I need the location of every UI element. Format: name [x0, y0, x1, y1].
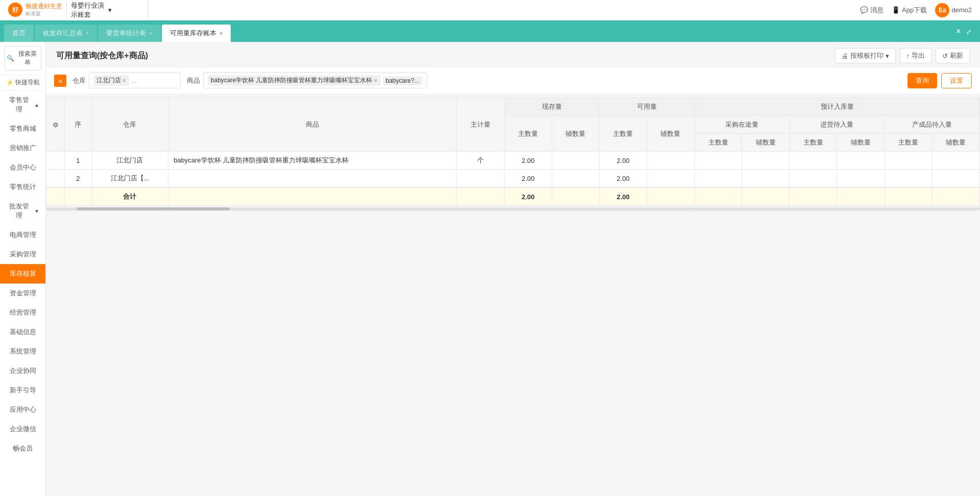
product-tag1-value: babycare学饮杯 儿童防摔防撞吸管杯重力球吸嘴杯宝宝水杯 [211, 76, 373, 85]
tab-available-close[interactable]: × [219, 30, 223, 36]
col-product-header: 商品 [168, 98, 457, 152]
message-btn[interactable]: 💬 消息 [860, 6, 884, 15]
sidebar-item-newbie-label: 新手引导 [10, 386, 36, 395]
nav-tabs: 首页 收发存汇总表 × 要货单统计表 × 可用量库存账本 × × ⤢ [0, 20, 980, 42]
row-inbound-aux [837, 170, 885, 188]
sidebar-item-marketing-label: 营销推广 [10, 144, 36, 153]
refresh-icon: ↺ [942, 52, 948, 60]
print-icon: 🖨 [842, 52, 848, 60]
warehouse-tag-remove[interactable]: × [122, 77, 126, 84]
row-purchase-main [695, 170, 742, 188]
inventory-table: ⚙ 序 仓库 商品 主计量 现存量 可用量 预计入库量 主数量 辅数量 主数量 … [46, 98, 980, 206]
tab-available-label: 可用量库存账本 [170, 29, 216, 38]
table-footer-row: 合计 2.00 2.00 [46, 187, 980, 206]
sidebar-item-enterprise-collab[interactable]: 企业协同 [0, 361, 45, 381]
row-inbound-main [790, 170, 837, 188]
scroll-thumb[interactable] [77, 207, 230, 210]
col-avail-aux-header: 辅数量 [647, 116, 694, 152]
row-no: 2 [65, 170, 92, 188]
tab-order-close[interactable]: × [149, 30, 152, 36]
product-input[interactable]: babycare学饮杯 儿童防摔防撞吸管杯重力球吸嘴杯宝宝水杯 × babyca… [203, 73, 427, 88]
settings-btn[interactable]: 设置 [941, 73, 972, 88]
warehouse-filter-group: 仓库 江北门店 × ... [72, 73, 181, 88]
row-inbound-aux [837, 152, 885, 170]
footer-label: 合计 [91, 187, 168, 206]
warehouse-tag-value: 江北门店 [96, 76, 121, 85]
row-product [168, 170, 457, 188]
user-menu[interactable]: Ea demo2 [935, 3, 972, 17]
row-settings-cell [46, 170, 65, 188]
warehouse-ellipsis[interactable]: ... [131, 77, 137, 84]
app-icon: 📱 [892, 6, 900, 14]
sidebar-item-purchase[interactable]: 采购管理 [0, 245, 45, 264]
sidebar-item-inventory-label: 库存核算 [10, 269, 36, 278]
refresh-btn[interactable]: ↺ 刷新 [936, 48, 970, 63]
caret-down-icon: ▼ [34, 208, 39, 214]
table-settings-col[interactable]: ⚙ [46, 98, 65, 152]
search-menu-btn[interactable]: 🔍 搜索菜单 [4, 46, 41, 70]
app-label: App下载 [902, 6, 927, 15]
sidebar-item-inventory-check[interactable]: 库存核算 [0, 264, 45, 284]
tab-order-label: 要货单统计表 [106, 29, 146, 38]
page-header: 可用量查询(按仓库+商品) 🖨 按模板打印 ▾ ↑ 导出 ↺ 刷新 [46, 42, 980, 67]
sidebar-item-retail-stats[interactable]: 零售统计 [0, 177, 45, 197]
query-btn[interactable]: 查询 [908, 73, 937, 88]
row-inbound-main [790, 152, 837, 170]
row-avail-aux [647, 170, 694, 188]
sidebar-item-finance-label: 资金管理 [10, 289, 36, 298]
sidebar-item-retail-mgmt[interactable]: 零售管理 ▲ [0, 90, 45, 119]
sidebar-item-finance[interactable]: 资金管理 [0, 284, 45, 303]
sidebar-item-enterprise-collab-label: 企业协同 [10, 366, 36, 375]
filter-expand-btn[interactable]: » [54, 75, 66, 87]
close-all-tabs-btn[interactable]: × ⤢ [951, 24, 976, 39]
row-prod-aux [932, 152, 979, 170]
tab-receivables-close[interactable]: × [86, 30, 89, 36]
sidebar-item-purchase-label: 采购管理 [10, 250, 36, 259]
quick-nav-btn[interactable]: ⚡ 快捷导航 [0, 75, 45, 90]
horizontal-scrollbar[interactable] [46, 206, 980, 212]
col-unit-header: 主计量 [457, 98, 504, 152]
export-btn[interactable]: ↑ 导出 [900, 48, 932, 63]
message-icon: 💬 [860, 6, 868, 14]
row-purchase-aux [742, 152, 790, 170]
row-prod-main [885, 170, 932, 188]
sidebar-item-retail-mall[interactable]: 零售商城 [0, 119, 45, 138]
sidebar-item-app-center[interactable]: 应用中心 [0, 400, 45, 419]
sidebar-item-system[interactable]: 系统管理 [0, 342, 45, 361]
row-avail-main: 2.00 [599, 170, 647, 188]
sidebar-item-marketing[interactable]: 营销推广 [0, 138, 45, 158]
sidebar-search-section: 🔍 搜索菜单 [0, 42, 45, 75]
footer-stock-main: 2.00 [504, 187, 552, 206]
sidebar-item-wechat-label: 企业微信 [10, 424, 36, 434]
app-download-btn[interactable]: 📱 App下载 [892, 6, 927, 15]
tab-available-inventory[interactable]: 可用量库存账本 × [162, 25, 231, 42]
col-purchase-aux-header: 辅数量 [742, 134, 790, 152]
row-prod-main [885, 152, 932, 170]
sidebar-item-retail-stats-label: 零售统计 [10, 182, 36, 192]
sidebar-item-member[interactable]: 畅会员 [0, 439, 45, 458]
sidebar-item-newbie[interactable]: 新手引导 [0, 381, 45, 400]
logo-area: 好 畅捷通好生意 标准版 [8, 3, 62, 17]
tab-receivables-summary[interactable]: 收发存汇总表 × [35, 25, 97, 42]
sidebar-item-wechat[interactable]: 企业微信 [0, 419, 45, 439]
sidebar-item-operations[interactable]: 经营管理 [0, 303, 45, 322]
tab-home[interactable]: 首页 [4, 25, 34, 42]
warehouse-tag: 江北门店 × [93, 75, 129, 86]
search-menu-label: 搜索菜单 [16, 50, 39, 67]
group-forecast-header: 预计入库量 [695, 98, 980, 116]
col-no-header: 序 [65, 98, 92, 152]
refresh-label: 刷新 [950, 51, 963, 60]
search-icon: 🔍 [7, 55, 14, 62]
print-template-btn[interactable]: 🖨 按模板打印 ▾ [835, 48, 896, 63]
warehouse-input[interactable]: 江北门店 × ... [89, 73, 181, 88]
product-tag2: babycare?... [383, 76, 423, 85]
group-production-header: 产成品待入量 [885, 116, 979, 134]
sidebar-item-basic-info[interactable]: 基础信息 [0, 322, 45, 342]
tenant-selector[interactable]: 母婴行业演示账套 ▾ [66, 0, 148, 21]
tab-order-stats[interactable]: 要货单统计表 × [98, 25, 160, 42]
product-tag1-remove[interactable]: × [374, 77, 378, 84]
group-inbound-header: 进货待入量 [790, 116, 885, 134]
sidebar-item-member-center[interactable]: 会员中心 [0, 158, 45, 177]
sidebar-item-ecommerce[interactable]: 电商管理 [0, 225, 45, 245]
sidebar-item-wholesale[interactable]: 批发管理 ▼ [0, 197, 45, 225]
